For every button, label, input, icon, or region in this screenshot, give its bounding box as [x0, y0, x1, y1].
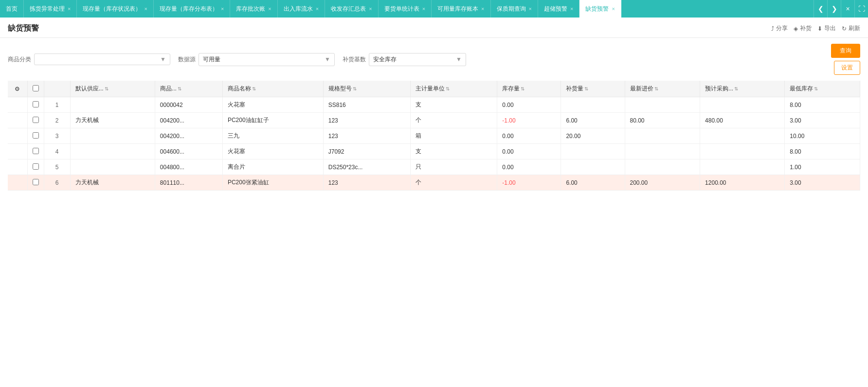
row-min-stock: 1.00 — [785, 159, 860, 175]
row-goods-code: 004800... — [155, 159, 222, 175]
tab-next-button[interactable]: ❯ — [827, 0, 841, 18]
tab-batch-account[interactable]: 库存批次账× — [230, 0, 277, 18]
column-estimated-purchase[interactable]: 预计采购...⇅ — [700, 81, 785, 97]
column-supplier[interactable]: 默认供应...⇅ — [70, 81, 155, 97]
row-checkbox[interactable] — [33, 148, 39, 154]
tab-expiry-query[interactable]: 保质期查询× — [491, 0, 538, 18]
tab-close-icon[interactable]: × — [612, 6, 615, 12]
table-row: 1 0000042 火花塞 SS816 支 0.00 8.00 — [8, 97, 860, 113]
row-checkbox[interactable] — [33, 117, 39, 123]
tab-maximize-button[interactable]: ⛶ — [854, 0, 868, 18]
row-supplier: 力天机械 — [70, 175, 155, 191]
estimated-purchase-sort-icon: ⇅ — [734, 86, 738, 91]
tab-home[interactable]: 首页 — [0, 0, 24, 18]
tab-inventory-dist[interactable]: 现存量（库存分布表）× — [154, 0, 230, 18]
tab-close-icon[interactable]: × — [316, 6, 319, 12]
row-goods-name: PC200油缸缸子 — [222, 113, 323, 128]
tab-label: 要货单统计表 — [384, 5, 419, 13]
row-goods-code: 004200... — [155, 128, 222, 144]
row-latest-price — [625, 128, 700, 144]
replenish-basis-select[interactable]: 安全库存 ▼ — [369, 53, 466, 66]
tab-close-icon[interactable]: × — [221, 6, 224, 12]
row-checkbox[interactable] — [33, 163, 39, 170]
export-button[interactable]: ⬇ 导出 — [817, 24, 836, 33]
page-title: 缺货预警 — [8, 23, 771, 34]
tab-close-all-button[interactable]: × — [841, 0, 854, 18]
tab-receive-summary[interactable]: 收发存汇总表× — [325, 0, 378, 18]
query-button[interactable]: 查询 — [831, 44, 860, 58]
column-latest-price[interactable]: 最新进价⇅ — [625, 81, 700, 97]
row-checkbox[interactable] — [33, 179, 39, 185]
table-row: 5 004800... 离合片 DS250*23c... 只 0.00 1.00 — [8, 159, 860, 175]
tab-close-icon[interactable]: × — [68, 6, 71, 12]
replenish-basis-filter-group: 补货基数 安全库存 ▼ — [343, 53, 466, 66]
column-unit[interactable]: 主计量单位⇅ — [411, 81, 497, 97]
column-spec[interactable]: 规格型号⇅ — [323, 81, 410, 97]
row-number: 1 — [44, 97, 70, 113]
select-all-checkbox[interactable] — [33, 85, 39, 91]
tab-close-icon[interactable]: × — [422, 6, 425, 12]
tab-overstock[interactable]: 超储预警× — [538, 0, 579, 18]
row-spec: J7092 — [323, 144, 410, 159]
category-filter-group: 商品分类 ▼ — [8, 53, 170, 65]
column-goods-code[interactable]: 商品...⇅ — [155, 81, 222, 97]
share-button[interactable]: ⤴ 分享 — [771, 24, 788, 33]
row-goods-code: 004200... — [155, 113, 222, 128]
row-goods-name: 火花塞 — [222, 97, 323, 113]
table-wrapper: ⚙ 默认供应...⇅ 商品...⇅ 商品名称⇅ 规格型号⇅ 主计量单位⇅ 库存量… — [0, 81, 868, 191]
row-number: 3 — [44, 128, 70, 144]
row-replenish — [561, 144, 625, 159]
row-estimated-purchase — [700, 159, 785, 175]
tab-order-stats[interactable]: 要货单统计表× — [379, 0, 432, 18]
settings-button[interactable]: 设置 — [834, 61, 860, 75]
row-min-stock: 8.00 — [785, 97, 860, 113]
row-gear-cell — [8, 175, 27, 191]
replenish-button[interactable]: ◈ 补货 — [794, 24, 812, 33]
row-gear-cell — [8, 159, 27, 175]
tab-available-ledger[interactable]: 可用量库存账本× — [432, 0, 490, 18]
tab-close-icon[interactable]: × — [529, 6, 532, 12]
column-goods-name[interactable]: 商品名称⇅ — [222, 81, 323, 97]
replenish-basis-chevron-icon: ▼ — [456, 56, 462, 63]
tab-label: 超储预警 — [544, 5, 567, 13]
column-min-stock[interactable]: 最低库存⇅ — [785, 81, 860, 97]
row-checkbox[interactable] — [33, 101, 39, 107]
table-row: 4 004600... 火花塞 J7092 支 0.00 8.00 — [8, 144, 860, 159]
tab-prev-button[interactable]: ❮ — [814, 0, 827, 18]
tab-close-icon[interactable]: × — [268, 6, 271, 12]
stock-sort-icon: ⇅ — [521, 86, 524, 91]
tab-close-icon[interactable]: × — [369, 6, 372, 12]
row-stock: 0.00 — [497, 97, 561, 113]
tab-close-icon[interactable]: × — [570, 6, 573, 12]
tab-stock-anomaly[interactable]: 拣货异常处理× — [24, 0, 77, 18]
datasource-select[interactable]: 可用量 ▼ — [199, 53, 335, 66]
row-replenish: 6.00 — [561, 113, 625, 128]
tab-inout-flow[interactable]: 出入库流水× — [278, 0, 325, 18]
tab-close-icon[interactable]: × — [481, 6, 484, 12]
refresh-button[interactable]: ↻ 刷新 — [842, 24, 860, 33]
row-min-stock: 3.00 — [785, 175, 860, 191]
category-select[interactable]: ▼ — [34, 53, 170, 65]
column-stock[interactable]: 库存量⇅ — [497, 81, 561, 97]
column-replenish[interactable]: 补货量⇅ — [561, 81, 625, 97]
column-gear[interactable]: ⚙ — [8, 81, 27, 97]
row-goods-name: 离合片 — [222, 159, 323, 175]
refresh-label: 刷新 — [849, 24, 860, 33]
filter-bar: 商品分类 ▼ 数据源 可用量 ▼ 补货基数 安全库存 ▼ 查询 设置 — [0, 38, 868, 81]
row-supplier — [70, 144, 155, 159]
row-latest-price — [625, 97, 700, 113]
tab-nav-buttons: ❮ ❯ × ⛶ — [814, 0, 868, 18]
tab-inventory-status[interactable]: 现存量（库存状况表）× — [77, 0, 153, 18]
row-min-stock: 3.00 — [785, 113, 860, 128]
row-latest-price — [625, 159, 700, 175]
tab-shortage[interactable]: 缺货预警× — [579, 0, 621, 18]
gear-icon: ⚙ — [15, 86, 20, 92]
row-unit: 个 — [411, 113, 497, 128]
export-icon: ⬇ — [817, 25, 822, 32]
row-checkbox[interactable] — [33, 132, 39, 139]
tab-bar: 首页拣货异常处理×现存量（库存状况表）×现存量（库存分布表）×库存批次账×出入库… — [0, 0, 868, 18]
tab-close-icon[interactable]: × — [144, 6, 147, 12]
row-goods-code: 801110... — [155, 175, 222, 191]
row-supplier: 力天机械 — [70, 113, 155, 128]
datasource-filter-group: 数据源 可用量 ▼ — [178, 53, 335, 66]
